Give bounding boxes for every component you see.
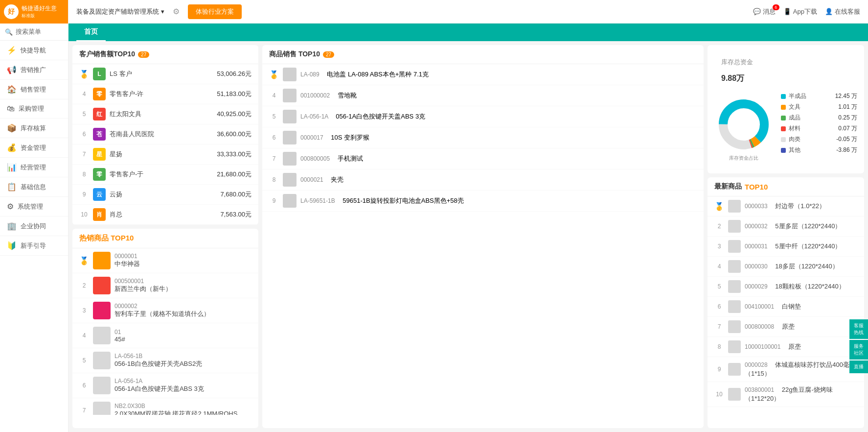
product-name: 原垄	[788, 343, 801, 350]
product-info: LA-056-1A 056-1A白色按键开关盖ABS 3克	[300, 112, 697, 121]
product-thumbnail	[728, 240, 741, 253]
sidebar-item-label: 新手引导	[21, 241, 46, 250]
sidebar-item-marketing[interactable]: 📢 营销推广	[0, 60, 68, 80]
nav-tabs: 首页	[69, 24, 868, 41]
product-info: 0000032 5厘多层（1220*2440）	[745, 222, 857, 231]
list-item: 3 0000002 智利车子里（规格不知道填什么）	[72, 298, 258, 323]
product-ranking-card: 商品销售 TOP10 27 🥇 LA-089 电池盖 LA-089 ABS本色+…	[262, 45, 704, 428]
product-name: 056-1B白色按键开关壳ABS2壳	[114, 360, 251, 368]
sidebar-item-label: 系统管理	[18, 202, 43, 211]
list-item: 5 0000029 18颗粒板（1220*2440）	[708, 277, 864, 297]
search-icon: 🔍	[5, 28, 13, 36]
table-row: 9 云 云扬 7,680.00元	[72, 185, 258, 205]
messages-button[interactable]: 💬 消息 6	[753, 7, 776, 16]
product-thumbnail	[93, 402, 111, 415]
product-thumbnail	[283, 68, 297, 81]
settings-button[interactable]: ⚙	[169, 5, 183, 19]
product-thumbnail	[283, 110, 297, 123]
sales-value: 36,600.00元	[217, 130, 251, 139]
product-name: 夹壳	[331, 176, 343, 183]
rank-num: 7	[269, 155, 279, 162]
rank-num: 10	[79, 211, 89, 218]
legend-color	[781, 94, 786, 99]
sidebar-item-label: 企业协同	[21, 222, 46, 231]
customer-name: 苍南县人民医院	[110, 130, 213, 139]
table-row: 🥇 L LS 客户 53,006.26元	[72, 64, 258, 84]
sidebar-item-label: 库存核算	[21, 124, 46, 133]
sidebar-item-guide[interactable]: 🔰 新手引导	[0, 236, 68, 256]
basic-info-icon: 📋	[7, 182, 17, 192]
list-item: 材料 0.07 万	[781, 124, 857, 133]
tab-home[interactable]: 首页	[76, 24, 106, 41]
medal-gold-icon: 🥇	[269, 70, 279, 79]
marketing-icon: 📢	[7, 65, 17, 74]
sidebar-item-quick-nav[interactable]: ⚡ 快捷导航	[0, 41, 68, 60]
inventory-number: 9.88	[721, 74, 736, 82]
rank-num: 7	[79, 151, 89, 158]
sys-manage-icon: ⚙	[7, 202, 14, 211]
middle-column: 商品销售 TOP10 27 🥇 LA-089 电池盖 LA-089 ABS本色+…	[262, 45, 704, 428]
product-ranking-title: 商品销售 TOP10	[269, 50, 320, 59]
avatar: 零	[93, 88, 106, 100]
product-code: 0000001	[114, 253, 251, 260]
product-info: 000800005 手机测试	[300, 154, 697, 163]
rank-num: 4	[79, 332, 89, 339]
product-name: 手机测试	[338, 155, 363, 162]
system-selector[interactable]: 装备及固定资产辅助管理系统 ▾	[76, 7, 164, 16]
topbar: 装备及固定资产辅助管理系统 ▾ ⚙ 体验行业方案 💬 消息 6 📱 App下载 …	[69, 0, 868, 24]
trial-btn[interactable]: 体验行业方案	[188, 4, 242, 19]
rank-num: 5	[79, 111, 89, 118]
product-code: 10000100001	[745, 343, 786, 350]
sidebar-item-sales[interactable]: 🏠 销售管理	[0, 80, 68, 99]
sidebar-item-label: 营销推广	[21, 66, 46, 74]
topbar-right: 💬 消息 6 📱 App下载 👤 在线客服	[753, 7, 860, 16]
avatar: 星	[93, 148, 106, 161]
product-info: 000500001 新西兰牛肉（新牛）	[114, 278, 251, 293]
sidebar-item-finance[interactable]: 💰 资金管理	[0, 138, 68, 158]
product-name: 电池盖 LA-089 ABS本色+黑种 7.1克	[327, 71, 429, 78]
customer-service-button[interactable]: 👤 在线客服	[825, 7, 860, 16]
customer-hotline-button[interactable]: 客服热线	[849, 319, 868, 339]
product-code: 0000017	[300, 134, 329, 141]
rank-num: 5	[714, 283, 724, 290]
product-thumbnail	[728, 363, 741, 376]
customer-name: 肖总	[110, 210, 216, 219]
product-name: 59651-1B旋转投影灯电池盒ABS黑色+58壳	[343, 197, 463, 204]
avatar: 云	[93, 188, 106, 201]
product-info: LA-056-1B 056-1B白色按键开关壳ABS2壳	[114, 353, 251, 368]
sidebar-item-inventory[interactable]: 📦 库存核算	[0, 119, 68, 138]
sidebar-item-operation[interactable]: 📊 经营管理	[0, 158, 68, 177]
rank-num: 4	[269, 92, 279, 99]
sales-value: 21,680.00元	[217, 170, 251, 179]
table-row: 4 零 零售客户-许 51,183.00元	[72, 84, 258, 104]
newest-products-title-top: TOP10	[745, 183, 768, 191]
product-code: 0000032	[745, 223, 774, 230]
sidebar-item-sys-manage[interactable]: ⚙ 系统管理	[0, 197, 68, 216]
product-info: 0000028 体城嘉核味苏打饮品400毫升（1*15）	[745, 360, 857, 378]
table-row: 8 零 零售客户-于 21,680.00元	[72, 165, 258, 185]
sidebar-item-basic-info[interactable]: 📋 基础信息	[0, 177, 68, 197]
legend-name: 半成品	[789, 92, 832, 100]
product-name: 新西兰牛肉（新牛）	[114, 285, 251, 293]
table-row: 7 星 星扬 33,333.00元	[72, 144, 258, 165]
service-community-button[interactable]: 服务社区	[849, 340, 868, 360]
app-download-button[interactable]: 📱 App下载	[783, 7, 817, 16]
sidebar: 好 畅捷通好生意 标准版 🔍 搜索菜单 ⚡ 快捷导航 📢 营销推广 🏠 销售管理…	[0, 0, 69, 432]
sidebar-search[interactable]: 🔍 搜索菜单	[0, 24, 68, 41]
medal-gold-icon: 🥇	[714, 202, 724, 211]
product-code: 000500001	[114, 278, 251, 285]
finance-icon: 💰	[7, 143, 17, 152]
sidebar-item-purchase[interactable]: 🛍 采购管理	[0, 99, 68, 119]
product-code: 000800005	[300, 155, 336, 162]
product-info: LA-59651-1B 59651-1B旋转投影灯电池盒ABS黑色+58壳	[300, 196, 697, 205]
logo-icon: 好	[4, 4, 19, 19]
customer-name: LS 客户	[110, 70, 213, 78]
legend-color	[781, 148, 786, 153]
avatar: 零	[93, 168, 106, 181]
product-thumbnail	[283, 131, 297, 144]
sales-ranking-header: 客户销售额TOP10 27	[72, 45, 258, 64]
product-info: 0000029 18颗粒板（1220*2440）	[745, 282, 857, 291]
sidebar-item-corp-collab[interactable]: 🏢 企业协同	[0, 216, 68, 236]
product-thumbnail	[728, 220, 741, 233]
live-broadcast-button[interactable]: 直播	[849, 360, 868, 373]
